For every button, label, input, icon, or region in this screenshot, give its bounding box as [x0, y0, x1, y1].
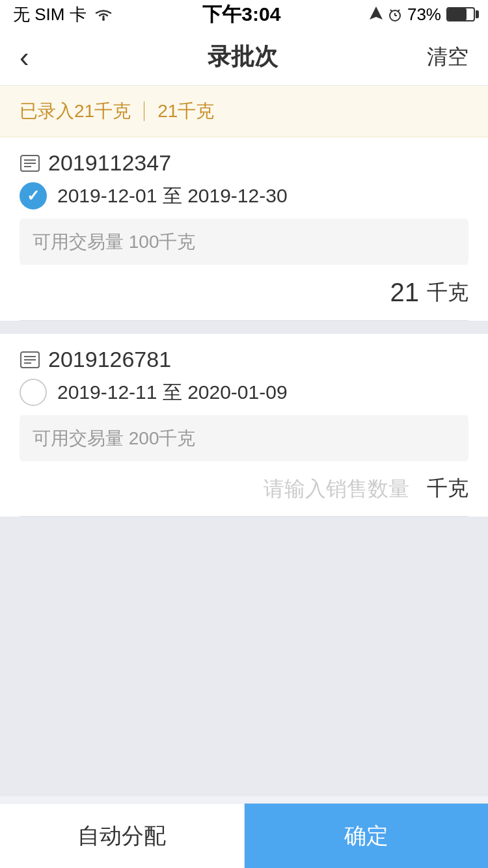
battery-percent: 73%: [407, 5, 441, 25]
batch-2-availability: 可用交易量 200千克: [20, 415, 468, 461]
auto-distribute-button[interactable]: 自动分配: [0, 804, 245, 868]
summary-value-label: 21千克: [157, 99, 214, 124]
batch-1-id-icon: [20, 153, 40, 174]
batch-1-date-row: ✓ 2019-12-01 至 2019-12-30: [20, 182, 468, 210]
batch-1-availability-text: 可用交易量 100千克: [33, 232, 196, 252]
batch-item-2: 2019126781 2019-12-11 至 2020-01-09 可用交易量…: [0, 334, 488, 517]
clear-button[interactable]: 清空: [427, 43, 468, 72]
svg-line-4: [390, 10, 392, 12]
batch-1-date: 2019-12-01 至 2019-12-30: [57, 183, 288, 210]
batch-2-quantity-input[interactable]: [224, 477, 419, 501]
page-title: 录批次: [208, 41, 278, 73]
batch-1-id: 2019112347: [48, 150, 171, 176]
status-right: 73%: [370, 5, 475, 25]
battery-icon: [446, 7, 475, 21]
summary-recorded-label: 已录入21千克: [20, 99, 131, 124]
batch-1-header: 2019112347: [20, 150, 468, 176]
batch-2-radio[interactable]: [20, 379, 47, 406]
wifi-icon: [93, 7, 114, 21]
status-bar: 无 SIM 卡 下午3:04 73%: [0, 0, 488, 29]
confirm-button[interactable]: 确定: [245, 804, 489, 868]
batch-2-id: 2019126781: [48, 347, 171, 372]
batch-2-unit: 千克: [427, 474, 468, 503]
batch-2-date: 2019-12-11 至 2020-01-09: [57, 379, 288, 406]
batch-1-quantity-row: 21 千克: [20, 265, 468, 321]
batch-2-availability-text: 可用交易量 200千克: [33, 428, 196, 448]
svg-line-5: [398, 10, 400, 12]
batch-list: 2019112347 ✓ 2019-12-01 至 2019-12-30 可用交…: [0, 137, 488, 796]
back-button[interactable]: ‹: [20, 41, 59, 74]
batch-1-availability: 可用交易量 100千克: [20, 219, 468, 265]
batch-2-id-icon: [20, 349, 40, 370]
summary-banner: 已录入21千克 21千克: [0, 86, 488, 137]
batch-1-quantity-unit: 千克: [427, 278, 468, 307]
batch-1-quantity-value: 21: [390, 278, 420, 307]
carrier-text: 无 SIM 卡: [13, 3, 87, 26]
bottom-bar: 自动分配 确定: [0, 803, 488, 868]
batch-2-input-row[interactable]: 千克: [20, 461, 468, 517]
nav-bar: ‹ 录批次 清空: [0, 29, 488, 86]
empty-content-area: [0, 517, 488, 796]
batch-1-check-icon: ✓: [27, 187, 40, 205]
batch-separator: [0, 321, 488, 334]
status-left: 无 SIM 卡: [13, 3, 114, 26]
batch-1-radio[interactable]: ✓: [20, 182, 47, 210]
batch-item-1: 2019112347 ✓ 2019-12-01 至 2019-12-30 可用交…: [0, 137, 488, 321]
batch-2-header: 2019126781: [20, 347, 468, 372]
svg-point-0: [102, 18, 105, 21]
batch-2-date-row: 2019-12-11 至 2020-01-09: [20, 379, 468, 406]
location-icon: [370, 7, 383, 22]
alarm-icon: [388, 7, 402, 21]
status-time: 下午3:04: [202, 1, 280, 28]
summary-divider: [144, 102, 144, 121]
